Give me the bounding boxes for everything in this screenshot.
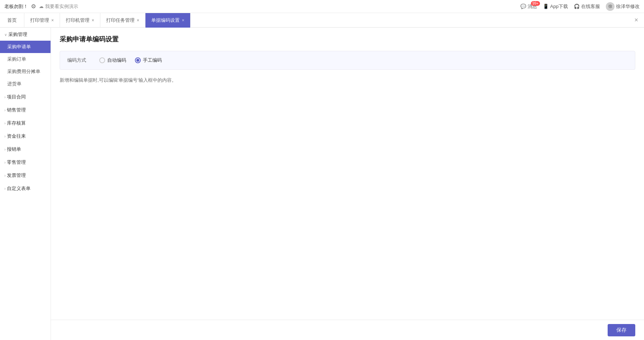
encoding-row: 编码方式 自动编码 手工编码 [67,57,628,64]
sidebar-item-inbound-label: 进货单 [7,81,21,86]
top-bar: 老板勿割！ ⚙ ☁ 我要看实例演示 💬 消息 99+ 📱 App下载 🎧 在线客… [0,0,644,13]
auto-code-label: 自动编码 [107,57,126,64]
app-download-button[interactable]: 📱 App下载 [543,3,568,10]
user-name: 徐泽华修改 [616,3,640,10]
hint-text: 新增和编辑单据时,可以编辑'单据编号'输入框中的内容。 [60,77,635,84]
tab-bar: 首页 打印管理 × 打印机管理 × 打印任务管理 × 单据编码设置 × × [0,13,644,28]
chevron-right-icon [4,134,5,138]
online-service-label: 在线客服 [581,3,600,10]
sidebar-group-funds: 资金往来 [0,129,51,142]
app-download-label: App下载 [550,3,568,10]
page-content: 采购申请单编码设置 编码方式 自动编码 手工编码 新增和编辑单据时,可以编辑'单… [51,28,644,320]
encoding-label: 编码方式 [67,57,86,64]
message-badge: 99+ [531,1,540,6]
sidebar-group-returns-header[interactable]: 报销单 [0,142,51,155]
top-bar-left: 老板勿割！ ⚙ ☁ 我要看实例演示 [4,3,78,10]
close-icon[interactable]: × [182,18,184,23]
sidebar-group-sales-mgmt-label: 销售管理 [7,107,26,113]
sidebar-item-inbound[interactable]: 进货单 [0,78,51,90]
sidebar-item-purchase-request-label: 采购申请单 [7,44,31,49]
tab-print-task-mgmt-label: 打印任务管理 [106,17,135,24]
tab-home-label: 首页 [7,17,17,24]
sidebar-group-custom-form-header[interactable]: 自定义表单 [0,182,51,195]
tab-print-mgmt[interactable]: 打印管理 × [24,13,60,28]
sidebar-group-sales-mgmt: 销售管理 [0,103,51,116]
tab-print-task-mgmt[interactable]: 打印任务管理 × [100,13,145,28]
sidebar: 采购管理 采购申请单 采购订单 采购费用分摊单 进货单 项目合同 [0,28,51,340]
sidebar-group-purchase-mgmt-header[interactable]: 采购管理 [0,28,51,41]
app-icon: 📱 [543,4,549,9]
sidebar-group-retail-mgmt: 零售管理 [0,155,51,169]
tab-printer-mgmt[interactable]: 打印机管理 × [60,13,100,28]
sidebar-group-custom-form-label: 自定义表单 [7,185,31,192]
cloud-icon: ☁ [39,4,44,9]
chevron-right-icon [4,187,5,191]
avatar: 徐 [606,2,615,11]
sidebar-group-custom-form: 自定义表单 [0,182,51,195]
demo-label: 我要看实例演示 [45,3,78,10]
save-button[interactable]: 保存 [608,324,635,336]
message-button[interactable]: 💬 消息 99+ [520,3,537,10]
top-bar-title: 老板勿割！ [4,3,28,10]
sidebar-group-project-contract: 项目合同 [0,90,51,103]
user-profile[interactable]: 徐 徐泽华修改 [606,2,640,11]
top-bar-right: 💬 消息 99+ 📱 App下载 🎧 在线客服 徐 徐泽华修改 [520,2,640,11]
sidebar-group-project-contract-label: 项目合同 [7,94,26,100]
chevron-right-icon [4,174,5,178]
sidebar-group-invoice-mgmt-label: 发票管理 [7,172,26,179]
sidebar-group-funds-header[interactable]: 资金往来 [0,129,51,142]
tab-home[interactable]: 首页 [0,13,24,28]
sidebar-item-purchase-expense-label: 采购费用分摊单 [7,69,40,74]
sidebar-group-retail-mgmt-label: 零售管理 [7,159,26,166]
sidebar-item-purchase-request[interactable]: 采购申请单 [0,41,51,53]
close-icon[interactable]: × [51,18,54,23]
close-icon[interactable]: × [137,18,139,23]
page-footer: 保存 [51,320,644,340]
sidebar-group-inventory: 库存核算 [0,116,51,129]
sidebar-item-purchase-expense[interactable]: 采购费用分摊单 [0,65,51,78]
tab-single-barcode-settings-label: 单据编码设置 [151,17,180,24]
gear-icon[interactable]: ⚙ [31,3,36,10]
sidebar-group-funds-label: 资金往来 [7,133,26,139]
encoding-section: 编码方式 自动编码 手工编码 [60,51,635,70]
chevron-right-icon [4,161,5,165]
demo-link[interactable]: ☁ 我要看实例演示 [39,3,78,10]
radio-manual-code[interactable]: 手工编码 [135,57,162,64]
sidebar-group-purchase-mgmt: 采购管理 采购申请单 采购订单 采购费用分摊单 进货单 [0,28,51,90]
sidebar-group-purchase-mgmt-label: 采购管理 [8,31,27,38]
tab-print-mgmt-label: 打印管理 [30,17,49,24]
chevron-down-icon [4,33,7,37]
tab-printer-mgmt-label: 打印机管理 [66,17,89,24]
radio-auto-circle [99,57,105,63]
sidebar-group-returns: 报销单 [0,142,51,155]
headset-icon: 🎧 [574,4,580,9]
sidebar-item-purchase-order[interactable]: 采购订单 [0,53,51,65]
radio-manual-circle [135,57,141,63]
main-content: 采购申请单编码设置 编码方式 自动编码 手工编码 新增和编辑单据时,可以编辑'单… [51,28,644,340]
radio-auto-code[interactable]: 自动编码 [99,57,126,64]
sidebar-group-invoice-mgmt-header[interactable]: 发票管理 [0,169,51,182]
sidebar-group-retail-mgmt-header[interactable]: 零售管理 [0,155,51,169]
chevron-right-icon [4,95,5,99]
sidebar-group-invoice-mgmt: 发票管理 [0,169,51,182]
manual-code-label: 手工编码 [143,57,162,64]
message-icon: 💬 [520,4,526,9]
chevron-right-icon [4,121,5,125]
online-service-button[interactable]: 🎧 在线客服 [574,3,600,10]
page-title: 采购申请单编码设置 [60,35,635,44]
sidebar-group-returns-label: 报销单 [7,146,21,153]
chevron-right-icon [4,108,5,112]
sidebar-group-inventory-label: 库存核算 [7,120,26,126]
close-icon[interactable]: × [92,18,94,23]
sidebar-item-purchase-order-label: 采购订单 [7,56,26,62]
main-layout: 采购管理 采购申请单 采购订单 采购费用分摊单 进货单 项目合同 [0,28,644,340]
sidebar-group-sales-mgmt-header[interactable]: 销售管理 [0,103,51,116]
sidebar-group-inventory-header[interactable]: 库存核算 [0,116,51,129]
global-close-button[interactable]: × [628,16,644,24]
tab-single-barcode-settings[interactable]: 单据编码设置 × [145,13,191,28]
chevron-right-icon [4,147,5,151]
sidebar-group-project-contract-header[interactable]: 项目合同 [0,90,51,103]
